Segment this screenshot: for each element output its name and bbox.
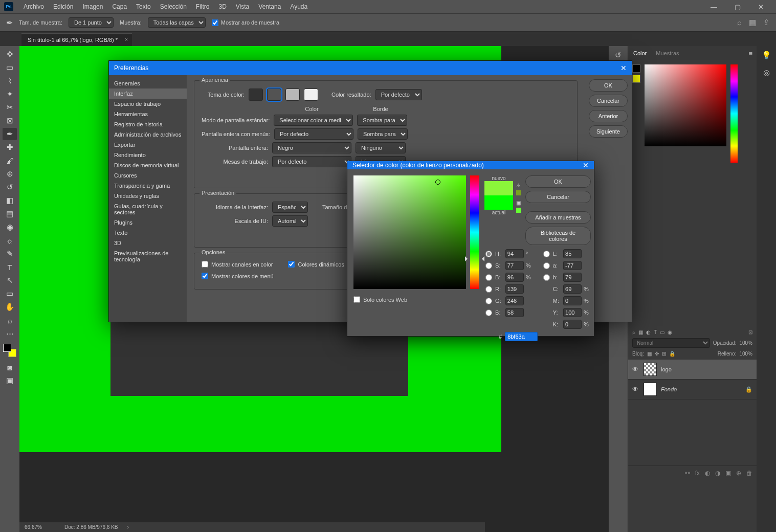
l-input[interactable]	[563, 249, 582, 258]
crop-tool[interactable]: ✂	[3, 101, 17, 114]
stdscreen-border-select[interactable]: Sombra paralela	[357, 115, 407, 126]
close-icon[interactable]: ✕	[754, 1, 768, 13]
menu-item[interactable]: Vista	[232, 1, 253, 12]
lock-pixels-icon[interactable]: ▦	[647, 351, 652, 357]
screenmode-tool[interactable]: ▣	[3, 374, 17, 387]
edit-toolbar[interactable]: ⋯	[3, 327, 17, 340]
move-tool[interactable]: ✥	[3, 48, 17, 60]
prefs-category[interactable]: Transparencia y gama	[109, 181, 187, 191]
stdscreen-color-select[interactable]: Seleccionar color a medida...	[274, 115, 353, 126]
visibility-icon[interactable]: 👁	[632, 386, 639, 393]
visibility-icon[interactable]: 👁	[632, 366, 639, 373]
tab-swatches[interactable]: Muestras	[655, 48, 680, 59]
prefs-category[interactable]: Unidades y reglas	[109, 191, 187, 201]
cancel-button[interactable]: Cancelar	[589, 95, 628, 107]
arrange-icon[interactable]: ▦	[749, 18, 756, 27]
saturation-value-field[interactable]	[353, 175, 466, 289]
lasso-tool[interactable]: ⌇	[3, 75, 17, 87]
g-input[interactable]	[505, 296, 524, 305]
layer-name[interactable]: logo	[661, 366, 672, 372]
websafe-warning-icon[interactable]: ▣	[516, 200, 522, 206]
wand-tool[interactable]: ✦	[3, 88, 17, 100]
uiscale-select[interactable]: Automático	[272, 215, 308, 227]
adjustment-icon[interactable]: ◑	[715, 470, 720, 477]
lab-b-radio[interactable]	[542, 274, 551, 281]
show-ring-checkbox[interactable]	[212, 19, 218, 26]
menu-colors-checkbox[interactable]	[202, 273, 208, 279]
layer-name[interactable]: Fondo	[661, 386, 677, 392]
menu-item[interactable]: 3D	[214, 1, 230, 12]
bg-swatch[interactable]	[632, 75, 640, 83]
ok-button[interactable]: OK	[589, 79, 628, 92]
a-input[interactable]	[563, 261, 582, 270]
prefs-category[interactable]: Previsualizaciones de tecnología	[109, 248, 187, 264]
prefs-category[interactable]: Registro de historia	[109, 119, 187, 129]
eyedropper-tool[interactable]: ✒	[3, 128, 17, 140]
mask-icon[interactable]: ◐	[705, 470, 710, 477]
prefs-category[interactable]: Plugins	[109, 217, 187, 228]
bv-input[interactable]	[505, 273, 524, 282]
a-radio[interactable]	[542, 262, 551, 269]
l-radio[interactable]	[542, 251, 551, 257]
h-input[interactable]	[505, 249, 524, 258]
dodge-tool[interactable]: ☼	[3, 234, 17, 247]
maximize-icon[interactable]: ▢	[730, 1, 745, 13]
menu-item[interactable]: Selección	[156, 1, 191, 12]
labb-input[interactable]	[563, 273, 582, 282]
close-icon[interactable]: ×	[125, 36, 128, 42]
prefs-category[interactable]: Administración de archivos	[109, 129, 187, 140]
theme-swatch-light[interactable]	[285, 88, 300, 101]
bb-input[interactable]	[505, 308, 524, 317]
filter-icon[interactable]: T	[654, 329, 657, 335]
prev-button[interactable]: Anterior	[589, 110, 628, 122]
panel-menu-icon[interactable]: ≡	[748, 50, 752, 57]
document-tab[interactable]: Sin título-1 al 66,7% (logo, RGB/8) * ×	[21, 33, 132, 46]
fx-icon[interactable]: fx	[695, 470, 700, 477]
b-radio[interactable]	[484, 274, 493, 281]
shape-tool[interactable]: ▭	[3, 287, 17, 300]
bb-radio[interactable]	[484, 309, 493, 316]
zoom-level[interactable]: 66,67%	[25, 524, 55, 530]
tab-color[interactable]: Color	[632, 48, 648, 59]
path-tool[interactable]: ↖	[3, 274, 17, 286]
hex-input[interactable]	[505, 332, 538, 341]
ok-button[interactable]: OK	[525, 175, 591, 188]
heal-tool[interactable]: ✚	[3, 141, 17, 153]
close-icon[interactable]: ✕	[620, 64, 627, 72]
history-panel-icon[interactable]: ↺	[611, 49, 626, 61]
artboard-color-select[interactable]: Por defecto	[272, 156, 351, 167]
gradient-tool[interactable]: ▤	[3, 208, 17, 220]
next-button[interactable]: Siguiente	[589, 125, 628, 138]
gamut-swatch[interactable]	[516, 190, 521, 195]
add-swatch-button[interactable]: Añadir a muestras	[525, 211, 591, 224]
filter-icon[interactable]: ⌕	[632, 329, 635, 335]
fill-value[interactable]: 100%	[739, 351, 752, 357]
quickmask-tool[interactable]: ◙	[3, 361, 17, 373]
fullscreen-color-select[interactable]: Negro	[272, 142, 351, 153]
theme-swatch-lightest[interactable]	[304, 88, 318, 101]
prefs-category[interactable]: Espacio de trabajo	[109, 99, 187, 109]
highlight-select[interactable]: Por defecto	[375, 89, 422, 100]
g-radio[interactable]	[484, 298, 493, 304]
menu-item[interactable]: Filtro	[192, 1, 214, 12]
group-icon[interactable]: ▣	[725, 470, 731, 477]
prefs-category[interactable]: Discos de memoria virtual	[109, 160, 187, 170]
share-icon[interactable]: ⇪	[763, 18, 770, 27]
blur-tool[interactable]: ◉	[3, 221, 17, 233]
filter-toggle[interactable]: ⊡	[748, 329, 752, 335]
theme-swatch-dark[interactable]	[267, 88, 281, 101]
menu-item[interactable]: Capa	[108, 1, 131, 12]
prefs-category[interactable]: Exportar	[109, 140, 187, 150]
prefs-category[interactable]: Guías, cuadrícula y sectores	[109, 201, 187, 217]
filter-icon[interactable]: ▦	[638, 329, 643, 335]
r-input[interactable]	[505, 284, 524, 294]
learn-icon[interactable]: 💡	[759, 49, 773, 61]
hue-radio[interactable]	[484, 251, 493, 257]
m-input[interactable]	[563, 296, 582, 305]
new-color-swatch[interactable]	[484, 181, 513, 195]
fullscreen-border-select[interactable]: Ninguno	[356, 142, 406, 153]
y-input[interactable]	[563, 308, 582, 317]
lock-position-icon[interactable]: ✜	[655, 351, 659, 357]
hue-slider[interactable]	[470, 175, 479, 289]
prefs-category[interactable]: Texto	[109, 228, 187, 238]
